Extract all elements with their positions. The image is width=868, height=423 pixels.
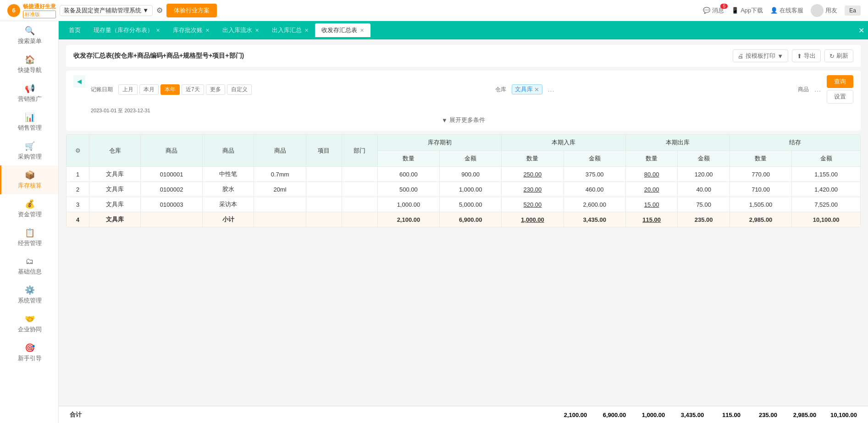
cell-spec: 20ml bbox=[254, 182, 306, 197]
message-badge: 6 bbox=[720, 4, 728, 9]
footer-amt-out: 235.00 bbox=[750, 412, 786, 418]
warehouse-more-dots[interactable]: ... bbox=[548, 86, 555, 93]
date-btn-this-year[interactable]: 本年 bbox=[160, 84, 180, 95]
th-dept: 部门 bbox=[342, 135, 377, 167]
th-settings: ⚙ bbox=[66, 135, 89, 167]
date-filter-label: 记账日期 bbox=[91, 86, 113, 93]
date-btn-more[interactable]: 更多 bbox=[206, 84, 225, 95]
cell-name: 小计 bbox=[203, 212, 254, 227]
brand-info: 畅捷通好生意 标准版 bbox=[23, 3, 56, 18]
sidebar-item-purchase[interactable]: 🛒 采购管理 bbox=[0, 137, 58, 165]
cell-amt-init: 1,000.00 bbox=[440, 182, 502, 197]
expand-button[interactable]: ▼ 展开更多条件 bbox=[442, 116, 485, 124]
user-item[interactable]: 用友 bbox=[811, 4, 837, 17]
tab-close-flow[interactable]: ✕ bbox=[255, 27, 259, 33]
sidebar-item-quicknav[interactable]: 🏠 快捷导航 bbox=[0, 50, 58, 79]
export-icon: ⬆ bbox=[797, 53, 802, 60]
table-settings-icon[interactable]: ⚙ bbox=[75, 147, 81, 154]
sidebar-item-search[interactable]: 🔍 搜索菜单 bbox=[0, 21, 58, 50]
tab-stock-dist[interactable]: 现存量（库存分布表） ✕ bbox=[87, 23, 166, 37]
export-button[interactable]: ⬆ 导出 bbox=[792, 49, 821, 62]
cell-no: 1 bbox=[66, 167, 89, 182]
cell-qty-in[interactable]: 1,000.00 bbox=[502, 212, 564, 227]
sidebar-item-inventory[interactable]: 📦 库存核算 bbox=[0, 165, 58, 194]
tab-close-summary[interactable]: ✕ bbox=[304, 27, 309, 33]
refresh-button[interactable]: ↻ 刷新 bbox=[824, 49, 853, 62]
cell-no: 2 bbox=[66, 182, 89, 197]
cell-amt-init: 900.00 bbox=[440, 167, 502, 182]
sidebar-item-guide[interactable]: 🎯 新手引导 bbox=[0, 338, 58, 367]
trial-button[interactable]: 体验行业方案 bbox=[166, 4, 217, 17]
date-btn-last-month[interactable]: 上月 bbox=[118, 84, 138, 95]
cell-qty-out[interactable]: 115.00 bbox=[625, 212, 678, 227]
expand-row: ▼ 展开更多条件 bbox=[73, 114, 853, 126]
tab-receipt-issue[interactable]: 收发存汇总表 ✕ bbox=[315, 23, 370, 37]
tab-summary[interactable]: 出入库汇总 ✕ bbox=[265, 23, 315, 37]
tab-home[interactable]: 首页 bbox=[62, 23, 87, 37]
th-qty-out: 数量 bbox=[625, 151, 678, 167]
sidebar-item-system[interactable]: ⚙️ 系统管理 bbox=[0, 280, 58, 309]
cell-project bbox=[306, 182, 342, 197]
tab-bar-close[interactable]: ✕ bbox=[858, 26, 864, 35]
date-btn-this-month[interactable]: 本月 bbox=[139, 84, 159, 95]
online-service-item[interactable]: 👤 在线客服 bbox=[770, 6, 803, 15]
cell-no: 3 bbox=[66, 197, 89, 212]
date-btn-7days[interactable]: 近7天 bbox=[182, 84, 204, 95]
cell-qty-bal: 2,985.00 bbox=[730, 212, 791, 227]
brand-subtitle: 标准版 bbox=[23, 11, 56, 18]
user-avatar bbox=[811, 4, 824, 17]
tab-flow[interactable]: 出入库流水 ✕ bbox=[216, 23, 265, 37]
sidebar-item-operations[interactable]: 📋 经营管理 bbox=[0, 223, 58, 252]
cell-qty-out[interactable]: 15.00 bbox=[625, 197, 678, 212]
sidebar-item-marketing[interactable]: 📢 营销推广 bbox=[0, 79, 58, 108]
sidebar-item-sales[interactable]: 📊 销售管理 bbox=[0, 108, 58, 137]
tab-batch[interactable]: 库存批次账 ✕ bbox=[166, 23, 216, 37]
search-icon: 🔍 bbox=[25, 26, 35, 36]
cell-qty-bal: 710.00 bbox=[730, 182, 791, 197]
cell-amt-bal: 10,100.00 bbox=[792, 212, 861, 227]
cell-code bbox=[141, 212, 203, 227]
tab-close-receipt[interactable]: ✕ bbox=[360, 27, 364, 33]
print-button[interactable]: 🖨 按模板打印 ▼ bbox=[733, 49, 788, 62]
purchase-icon: 🛒 bbox=[25, 141, 35, 151]
cell-qty-out[interactable]: 20.00 bbox=[625, 182, 678, 197]
system-select[interactable]: 装备及固定资产辅助管理系统 ▼ bbox=[60, 5, 153, 16]
tab-close-batch[interactable]: ✕ bbox=[205, 27, 210, 33]
page-actions: 🖨 按模板打印 ▼ ⬆ 导出 ↻ 刷新 bbox=[733, 49, 853, 62]
cell-qty-in[interactable]: 520.00 bbox=[502, 197, 564, 212]
message-icon-item[interactable]: 💬 消息 6 bbox=[703, 6, 724, 15]
collapse-btn[interactable]: ◀ bbox=[73, 75, 85, 88]
content-area: 首页 现存量（库存分布表） ✕ 库存批次账 ✕ 出入库流水 ✕ 出入库汇总 ✕ … bbox=[59, 21, 868, 423]
footer-total-values: 2,100.00 6,900.00 1,000.00 3,435.00 115.… bbox=[209, 412, 864, 418]
settings-button[interactable]: 设置 bbox=[827, 90, 853, 104]
cell-spec bbox=[254, 197, 306, 212]
sidebar-item-basicinfo[interactable]: 🗂 基础信息 bbox=[0, 252, 58, 280]
th-qty-bal: 数量 bbox=[730, 151, 791, 167]
sales-icon: 📊 bbox=[25, 112, 35, 122]
sidebar-item-collab[interactable]: 🤝 企业协同 bbox=[0, 309, 58, 338]
cell-dept bbox=[342, 212, 377, 227]
date-btn-custom[interactable]: 自定义 bbox=[227, 84, 252, 95]
tab-close-stock-dist[interactable]: ✕ bbox=[156, 27, 160, 33]
app-download-item[interactable]: 📱 App下载 bbox=[731, 6, 763, 15]
query-button[interactable]: 查询 bbox=[827, 75, 853, 88]
settings-icon[interactable]: ⚙ bbox=[156, 6, 163, 15]
collab-icon: 🤝 bbox=[25, 314, 35, 324]
logo-icon: 6 bbox=[7, 4, 20, 17]
cell-code: 0100002 bbox=[141, 182, 203, 197]
warehouse-tag-close[interactable]: ✕ bbox=[534, 86, 539, 93]
message-icon: 💬 bbox=[703, 7, 710, 14]
cell-dept bbox=[342, 167, 377, 182]
cell-qty-in[interactable]: 230.00 bbox=[502, 182, 564, 197]
cell-amt-out: 235.00 bbox=[678, 212, 730, 227]
home-icon: 🏠 bbox=[25, 55, 35, 65]
goods-more-dots[interactable]: ... bbox=[814, 86, 821, 93]
cell-qty-bal: 1,505.00 bbox=[730, 197, 791, 212]
warehouse-tag[interactable]: 文具库 ✕ bbox=[512, 84, 542, 94]
th-balance: 结存 bbox=[730, 135, 860, 151]
cell-qty-out[interactable]: 80.00 bbox=[625, 167, 678, 182]
cell-amt-bal: 7,525.00 bbox=[792, 197, 861, 212]
sidebar-item-finance[interactable]: 💰 资金管理 bbox=[0, 194, 58, 223]
cell-qty-in[interactable]: 250.00 bbox=[502, 167, 564, 182]
system-icon: ⚙️ bbox=[25, 285, 35, 295]
